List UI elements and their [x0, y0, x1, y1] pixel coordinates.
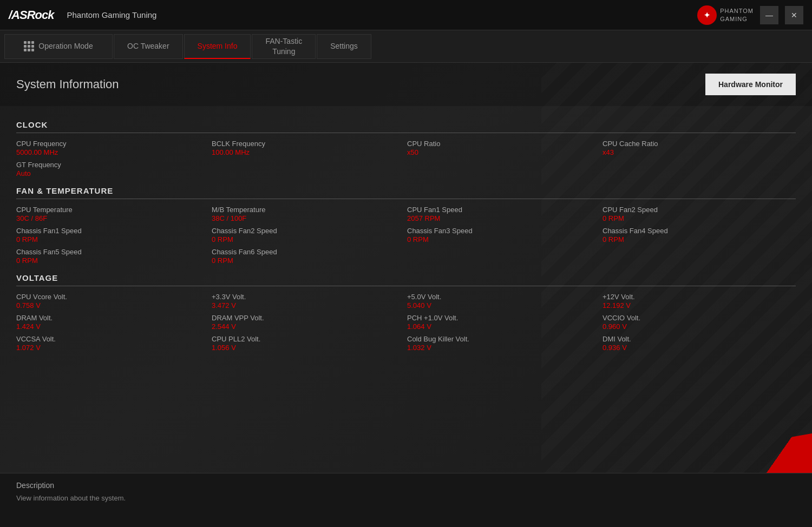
- data-value: 0 RPM: [603, 235, 796, 243]
- data-label: Chassis Fan3 Speed: [407, 227, 600, 235]
- tab-settings[interactable]: Settings: [317, 34, 371, 59]
- data-cell: [407, 248, 600, 265]
- data-label: Chassis Fan4 Speed: [603, 227, 796, 235]
- data-cell: CPU Fan1 Speed2057 RPM: [407, 206, 600, 222]
- tab-operation[interactable]: Operation Mode: [4, 34, 113, 59]
- tab-fan[interactable]: FAN-TasticTuning: [252, 34, 316, 59]
- data-value: 0 RPM: [603, 214, 796, 222]
- data-value: 5000.00 MHz: [16, 148, 209, 156]
- data-label: +12V Volt.: [603, 293, 796, 301]
- data-cell: CPU Fan2 Speed0 RPM: [603, 206, 796, 222]
- data-label: GT Frequency: [16, 161, 209, 169]
- data-cell: Chassis Fan2 Speed0 RPM: [212, 227, 405, 243]
- data-value: 2057 RPM: [407, 214, 600, 222]
- data-label: CPU PLL2 Volt.: [212, 335, 405, 343]
- description-bar: Description View information about the s…: [0, 473, 812, 527]
- data-value: 100.00 MHz: [212, 148, 405, 156]
- data-cell: PCH +1.0V Volt.1.064 V: [407, 314, 600, 331]
- data-cell: CPU Vcore Volt.0.758 V: [16, 293, 209, 309]
- data-value: 0 RPM: [16, 256, 209, 265]
- data-cell: [603, 161, 796, 177]
- data-value: 1.056 V: [212, 344, 405, 352]
- table-row: Chassis Fan1 Speed0 RPMChassis Fan2 Spee…: [16, 227, 796, 243]
- data-cell: DRAM Volt.1.424 V: [16, 314, 209, 331]
- data-value: 0 RPM: [212, 235, 405, 243]
- data-label: VCCIO Volt.: [603, 314, 796, 322]
- data-label: CPU Fan2 Speed: [603, 206, 796, 214]
- data-cell: [212, 161, 405, 177]
- data-cell: CPU Ratiox50: [407, 140, 600, 156]
- data-value: 0 RPM: [16, 235, 209, 243]
- data-value: 0.936 V: [603, 344, 796, 352]
- table-row: CPU Temperature30C / 86FM/B Temperature3…: [16, 206, 796, 222]
- data-label: M/B Temperature: [212, 206, 405, 214]
- main-content: System Information Hardware Monitor CLOC…: [0, 63, 812, 473]
- data-value: x43: [603, 148, 796, 156]
- table-row: VCCSA Volt.1.072 VCPU PLL2 Volt.1.056 VC…: [16, 335, 796, 352]
- description-text: View information about the system.: [16, 494, 796, 502]
- grid-icon: [24, 41, 34, 51]
- data-label: +3.3V Volt.: [212, 293, 405, 301]
- fan-section-header: FAN & TEMPERATURE: [16, 186, 796, 199]
- data-label: CPU Ratio: [407, 140, 600, 148]
- data-value: 1.064 V: [407, 322, 600, 331]
- data-label: BCLK Frequency: [212, 140, 405, 148]
- tab-settings-label: Settings: [330, 41, 358, 51]
- data-label: PCH +1.0V Volt.: [407, 314, 600, 322]
- minimize-button[interactable]: —: [760, 6, 778, 24]
- data-label: Chassis Fan5 Speed: [16, 248, 209, 256]
- phantom-text: PHANTOM GAMING: [720, 7, 754, 23]
- title-bar: /ASRock Phantom Gaming Tuning ✦ PHANTOM …: [0, 0, 812, 30]
- data-cell: GT FrequencyAuto: [16, 161, 209, 177]
- clock-rows: CPU Frequency5000.00 MHzBCLK Frequency10…: [16, 140, 796, 177]
- data-cell: CPU Frequency5000.00 MHz: [16, 140, 209, 156]
- data-value: 3.472 V: [212, 301, 405, 309]
- data-cell: Chassis Fan3 Speed0 RPM: [407, 227, 600, 243]
- data-cell: DMI Volt.0.936 V: [603, 335, 796, 352]
- data-value: 1.032 V: [407, 344, 600, 352]
- table-row: CPU Frequency5000.00 MHzBCLK Frequency10…: [16, 140, 796, 156]
- voltage-section-header: VOLTAGE: [16, 273, 796, 286]
- data-cell: Cold Bug Killer Volt.1.032 V: [407, 335, 600, 352]
- data-label: Chassis Fan6 Speed: [212, 248, 405, 256]
- data-cell: Chassis Fan6 Speed0 RPM: [212, 248, 405, 265]
- data-cell: DRAM VPP Volt.2.544 V: [212, 314, 405, 331]
- tab-oc-label: OC Tweaker: [127, 41, 169, 51]
- page-title: System Information: [16, 77, 119, 91]
- data-value: Auto: [16, 169, 209, 177]
- voltage-rows: CPU Vcore Volt.0.758 V+3.3V Volt.3.472 V…: [16, 293, 796, 352]
- data-cell: M/B Temperature38C / 100F: [212, 206, 405, 222]
- table-row: GT FrequencyAuto: [16, 161, 796, 177]
- logo-area: /ASRock Phantom Gaming Tuning: [9, 8, 156, 22]
- close-button[interactable]: ✕: [785, 6, 803, 24]
- hardware-monitor-button[interactable]: Hardware Monitor: [705, 74, 796, 95]
- data-value: 0.758 V: [16, 301, 209, 309]
- data-label: DMI Volt.: [603, 335, 796, 343]
- data-value: 5.040 V: [407, 301, 600, 309]
- phantom-logo: ✦ PHANTOM GAMING: [697, 5, 754, 25]
- data-cell: [603, 248, 796, 265]
- data-value: 0 RPM: [407, 235, 600, 243]
- data-label: CPU Vcore Volt.: [16, 293, 209, 301]
- data-cell: +5.0V Volt.5.040 V: [407, 293, 600, 309]
- data-label: DRAM Volt.: [16, 314, 209, 322]
- data-cell: Chassis Fan4 Speed0 RPM: [603, 227, 796, 243]
- phantom-icon: ✦: [697, 5, 717, 25]
- asrock-logo: /ASRock: [9, 8, 54, 22]
- data-cell: VCCIO Volt.0.960 V: [603, 314, 796, 331]
- tab-sysinfo[interactable]: System Info: [184, 34, 251, 59]
- nav-tabs: Operation Mode OC Tweaker System Info FA…: [0, 30, 812, 63]
- data-value: 1.424 V: [16, 322, 209, 331]
- data-label: DRAM VPP Volt.: [212, 314, 405, 322]
- data-value: 30C / 86F: [16, 214, 209, 222]
- data-value: 0.960 V: [603, 322, 796, 331]
- data-value: 0 RPM: [212, 256, 405, 265]
- info-sections: CLOCK CPU Frequency5000.00 MHzBCLK Frequ…: [0, 106, 812, 473]
- tab-oc[interactable]: OC Tweaker: [114, 34, 183, 59]
- data-value: x50: [407, 148, 600, 156]
- table-row: DRAM Volt.1.424 VDRAM VPP Volt.2.544 VPC…: [16, 314, 796, 331]
- data-cell: CPU Temperature30C / 86F: [16, 206, 209, 222]
- data-label: Chassis Fan1 Speed: [16, 227, 209, 235]
- description-title: Description: [16, 481, 796, 490]
- data-cell: CPU Cache Ratiox43: [603, 140, 796, 156]
